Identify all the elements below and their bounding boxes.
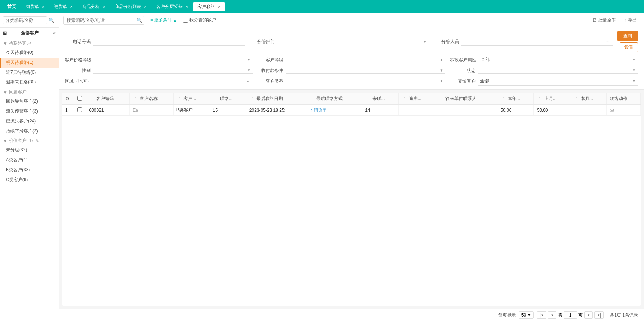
grid-icon: ⊞ <box>3 31 7 36</box>
manager-select[interactable]: ··· <box>461 38 613 46</box>
col-resizer[interactable]: ⋮ <box>90 97 94 101</box>
gender-select[interactable]: ▼ <box>93 67 253 74</box>
col-resizer[interactable]: ⋮ <box>310 97 314 101</box>
col-header-type[interactable]: ⋮ 客户... <box>173 93 210 105</box>
nav-item-customer-tier[interactable]: 客户分层经营 × <box>152 2 192 11</box>
cell-checkbox[interactable] <box>74 105 86 116</box>
batch-btn[interactable]: ☑ 批量操作 <box>590 15 619 25</box>
col-header-name[interactable]: ⋮ 客户名称 <box>130 93 174 105</box>
next-page-btn[interactable]: > <box>584 311 593 319</box>
more-conditions-btn[interactable]: ≡ 更多条件 ▲ <box>147 15 180 25</box>
dept-select[interactable]: ▼ <box>277 38 429 45</box>
col-header-no-contact[interactable]: ⋮ 未联... <box>362 93 399 105</box>
more-action-icon[interactable]: ⁝ <box>616 107 618 113</box>
phone-input[interactable] <box>93 38 245 46</box>
col-header-last-contact-method[interactable]: ⋮ 最后联络方式 <box>306 93 362 105</box>
price-level-select[interactable]: ▼ <box>94 56 253 63</box>
last-page-btn[interactable]: >| <box>594 311 604 319</box>
col-header-contact-count[interactable]: ⋮ 联络... <box>210 93 246 105</box>
col-header-last-month[interactable]: ⋮ 上月... <box>534 93 570 105</box>
content-area: 🔍 ≡ 更多条件 ▲ 我分管的客户 ☑ 批量操作 ↑ 导出 <box>59 13 644 321</box>
ellipsis-icon[interactable]: ··· <box>244 79 251 84</box>
search-input[interactable] <box>63 16 144 25</box>
sidebar-item-declining[interactable]: 持续下滑客户(2) <box>0 126 59 136</box>
sidebar-item-churn-warning[interactable]: 流失预警客户(3) <box>0 106 59 116</box>
per-page-select[interactable]: 50 ▼ <box>519 311 534 319</box>
col-resizer[interactable]: ⋮ <box>574 97 578 101</box>
refresh-icon[interactable]: ↻ <box>29 138 33 144</box>
col-header-contact-person[interactable]: ⋮ 往来单位联系人 <box>435 93 497 105</box>
customer-type-select[interactable]: ▼ <box>286 78 446 84</box>
col-resizer[interactable]: ⋮ <box>403 97 406 101</box>
close-icon[interactable]: × <box>218 4 220 9</box>
col-resizer[interactable]: ⋮ <box>214 97 218 101</box>
close-icon[interactable]: × <box>70 4 72 9</box>
cell-last-contact-method[interactable]: 下销货单 <box>306 105 362 116</box>
col-resizer[interactable]: ⋮ <box>439 97 443 101</box>
col-header-last-contact-date[interactable]: ⋮ 最后联络日期 <box>246 93 306 105</box>
col-resizer[interactable]: ⋮ <box>366 97 370 101</box>
sidebar-item-class-b[interactable]: B类客户(33) <box>0 165 59 175</box>
close-icon[interactable]: × <box>103 4 105 9</box>
close-icon[interactable]: × <box>144 4 146 9</box>
query-button[interactable]: 查询 <box>617 31 638 41</box>
sidebar-item-tomorrow[interactable]: 明天待联络(1) <box>0 58 59 68</box>
sidebar-item-today[interactable]: 今天待联络(0) <box>0 48 59 58</box>
sidebar-search-icon[interactable]: 🔍 <box>49 18 54 23</box>
col-resizer[interactable]: ⋮ <box>251 97 254 101</box>
nav-item-sales[interactable]: 销货单 × <box>21 2 49 11</box>
sidebar-item-repurchase[interactable]: 回购异常客户(2) <box>0 96 59 106</box>
cell-this-year: 50.00 <box>497 105 534 116</box>
retail-customer-select[interactable]: 全部 ▼ <box>478 77 638 86</box>
nav-item-analysis[interactable]: 商品分析 × <box>78 2 109 11</box>
col-resizer[interactable]: ⋮ <box>501 97 505 101</box>
edit-icon[interactable]: ✎ <box>35 138 39 144</box>
all-customers-header[interactable]: ⊞ 全部客户 « <box>0 28 59 38</box>
sidebar-search-input[interactable] <box>3 16 47 24</box>
retail-attr-select[interactable]: 全部 ▼ <box>479 55 638 64</box>
customer-level-select[interactable]: ▼ <box>286 56 446 63</box>
status-select[interactable]: ▼ <box>478 67 638 74</box>
payment-select[interactable]: ▼ <box>286 67 446 74</box>
col-resizer[interactable]: ⋮ <box>178 97 181 101</box>
col-header-code[interactable]: ⋮ 客户编码 <box>86 93 130 105</box>
contact-method-link[interactable]: 下销货单 <box>309 107 327 113</box>
nav-item-customer-contact[interactable]: 客户联络 × <box>193 2 225 11</box>
close-icon[interactable]: × <box>42 4 44 9</box>
page-input[interactable] <box>564 311 577 319</box>
prev-page-btn[interactable]: < <box>548 311 556 319</box>
col-header-this-month[interactable]: ⋮ 本月... <box>570 93 607 105</box>
sidebar-item-class-c[interactable]: C类客户(6) <box>0 175 59 185</box>
export-btn[interactable]: ↑ 导出 <box>622 15 640 25</box>
arrow-icon: ▼ <box>3 138 7 144</box>
col-header-this-year[interactable]: ⋮ 本年... <box>497 93 534 105</box>
col-header-gear[interactable]: ⚙ <box>62 93 74 105</box>
col-resizer[interactable]: ⋮ <box>134 97 137 101</box>
select-all-checkbox[interactable] <box>77 96 82 101</box>
col-header-checkbox[interactable] <box>74 93 86 105</box>
ellipsis-icon[interactable]: ··· <box>604 39 611 44</box>
nav-item-analysis-list[interactable]: 商品分析列表 × <box>110 2 151 11</box>
sidebar-item-class-a[interactable]: A类客户(1) <box>0 155 59 165</box>
nav-home[interactable]: 首页 <box>3 2 21 11</box>
sidebar-item-overdue[interactable]: 逾期未联络(30) <box>0 77 59 87</box>
close-icon[interactable]: × <box>186 4 188 9</box>
sidebar-item-churned[interactable]: 已流失客户(24) <box>0 116 59 126</box>
region-label: 区域（地区） <box>65 78 91 84</box>
my-customers-checkbox[interactable] <box>183 18 188 23</box>
col-label: 客户... <box>183 96 196 101</box>
nav-item-purchase[interactable]: 进货单 × <box>49 2 77 11</box>
sidebar-item-7days[interactable]: 近7天待联络(0) <box>0 68 59 77</box>
region-select[interactable]: ··· <box>94 77 253 85</box>
col-resizer[interactable]: ⋮ <box>538 97 542 101</box>
setting-button[interactable]: 设置 <box>620 42 638 52</box>
first-page-btn[interactable]: |< <box>537 311 546 319</box>
sidebar-item-ungroup[interactable]: 未分组(32) <box>0 145 59 155</box>
problem-customer-group: ▼ 问题客户 <box>0 87 59 96</box>
contact-action-icon[interactable]: ✉ <box>610 107 614 113</box>
search-icon[interactable]: 🔍 <box>137 18 142 23</box>
row-checkbox[interactable] <box>77 107 82 112</box>
collapse-icon[interactable]: « <box>53 31 56 36</box>
gear-icon[interactable]: ⚙ <box>65 96 69 101</box>
col-header-overdue[interactable]: ⋮ 逾期... <box>399 93 435 105</box>
